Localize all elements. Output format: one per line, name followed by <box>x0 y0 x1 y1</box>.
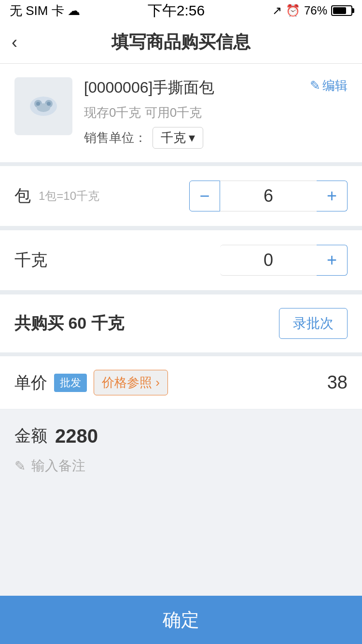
page-title: 填写商品购买信息 <box>111 30 251 54</box>
amount-value: 2280 <box>55 425 98 447</box>
product-stock: 现存0千克 可用0千克 <box>84 104 298 121</box>
note-icon: ✎ <box>14 458 26 474</box>
note-row[interactable]: ✎ 输入备注 <box>14 457 348 475</box>
product-card: [0000006]手撕面包 现存0千克 可用0千克 销售单位： 千克 ▾ ✎ 编… <box>0 64 362 166</box>
bag-plus-button[interactable]: + <box>317 181 348 211</box>
nav-bar: ‹ 填写商品购买信息 <box>0 21 362 64</box>
kg-label: 千克 <box>14 249 47 271</box>
status-bar: 无 SIM 卡 ☁ 下午2:56 ↗ ⏰ 76% <box>0 0 362 21</box>
edit-icon: ✎ <box>310 78 320 93</box>
kg-stepper: + <box>220 245 348 276</box>
batch-tag: 批发 <box>54 374 87 392</box>
sim-status: 无 SIM 卡 ☁ <box>10 2 80 19</box>
kg-plus-button[interactable]: + <box>317 245 348 276</box>
back-button[interactable]: ‹ <box>12 32 17 53</box>
alarm-icon: ⏰ <box>286 4 300 17</box>
battery-percent: 76% <box>304 4 327 17</box>
separator-2 <box>0 291 362 294</box>
summary-text: 共购买 60 千克 <box>14 312 124 335</box>
note-placeholder: 输入备注 <box>31 457 85 475</box>
kg-input-section: 千克 + <box>0 230 362 291</box>
summary-section: 共购买 60 千克 录批次 <box>0 294 362 356</box>
confirm-button[interactable]: 确定 <box>0 596 362 644</box>
status-right: ↗ ⏰ 76% <box>272 4 352 17</box>
amount-row: 金额 2280 <box>14 425 348 447</box>
bag-input-section: 包 1包=10千克 − + <box>0 166 362 226</box>
price-section: 单价 批发 价格参照 › 38 <box>0 356 362 409</box>
price-reference-button[interactable]: 价格参照 › <box>94 370 168 395</box>
chevron-down-icon: ▾ <box>189 130 195 145</box>
product-unit: 销售单位： 千克 ▾ <box>84 127 298 149</box>
separator-1 <box>0 226 362 230</box>
svg-point-5 <box>47 102 51 106</box>
kg-quantity-input[interactable] <box>220 245 317 276</box>
bag-hint: 1包=10千克 <box>39 188 99 204</box>
location-icon: ↗ <box>272 4 282 17</box>
unit-select[interactable]: 千克 ▾ <box>153 127 203 149</box>
battery-icon <box>331 5 352 16</box>
bag-quantity-input[interactable] <box>220 181 317 211</box>
svg-point-4 <box>36 102 40 106</box>
product-name: [0000006]手撕面包 <box>84 77 298 98</box>
bag-stepper: − + <box>189 181 348 211</box>
edit-button[interactable]: ✎ 编辑 <box>310 77 348 94</box>
summary-amount: 60 <box>68 314 86 332</box>
record-batch-button[interactable]: 录批次 <box>279 308 348 339</box>
status-left: 无 SIM 卡 ☁ <box>10 2 80 19</box>
price-value: 38 <box>327 372 348 393</box>
product-image <box>14 77 72 135</box>
amount-label: 金额 <box>14 425 47 447</box>
status-time: 下午2:56 <box>148 1 205 21</box>
price-label: 单价 批发 价格参照 › <box>14 370 168 395</box>
bag-minus-button[interactable]: − <box>189 181 220 211</box>
product-info: [0000006]手撕面包 现存0千克 可用0千克 销售单位： 千克 ▾ <box>84 77 298 149</box>
amount-section: 金额 2280 ✎ 输入备注 <box>0 409 362 485</box>
product-right: ✎ 编辑 <box>310 77 348 94</box>
bag-label: 包 1包=10千克 <box>14 185 99 207</box>
